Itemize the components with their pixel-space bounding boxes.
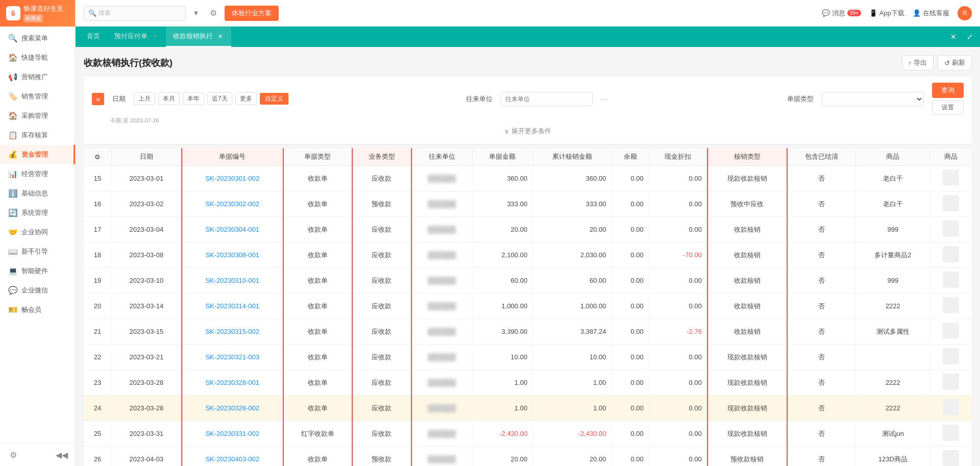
date-this-year[interactable]: 本年 [183,92,204,105]
row-bill-no[interactable]: SK-20230302-002 [182,191,283,217]
sidebar-item-sales[interactable]: 🏷️ 销售管理 [0,87,75,106]
user-avatar[interactable]: R [958,6,972,20]
tab-prepayment[interactable]: 预付应付单 ✕ [107,27,166,47]
date-custom-btn[interactable]: 自定义 [260,93,288,105]
table-scroll-area[interactable]: ⚙ 日期 单据编号 单据类型 业务类型 往来单位 单据金额 累计核销金额 余额 … [84,148,972,466]
guide-icon: 📖 [8,247,17,256]
operations-icon: 📊 [8,169,17,179]
row-bill-no[interactable]: SK-20230304-001 [182,217,283,242]
tab-home[interactable]: 首页 [80,27,107,47]
topbar-gear-btn[interactable]: ⚙ [206,6,220,20]
service-icon: 👤 [913,9,921,17]
bill-no-link[interactable]: SK-20230403-002 [205,455,259,463]
row-bill-no[interactable]: SK-20230315-002 [182,319,283,345]
tab-receipt-exec-close[interactable]: ✕ [216,32,224,40]
row-include-settled: 否 [787,268,856,293]
row-num: 21 [84,319,112,345]
row-bill-amount: -2,430.00 [472,421,532,447]
search-box[interactable]: 🔍 搜索 [84,6,186,21]
row-bill-no[interactable]: SK-20230321-003 [182,345,283,370]
sales-icon: 🏷️ [8,92,17,101]
expand-more-btn[interactable]: ∨ 展开更多条件 [92,125,964,138]
export-btn[interactable]: ↑ 导出 [902,55,934,70]
row-include-settled: 否 [787,191,856,217]
row-bill-no[interactable]: SK-20230310-001 [182,268,283,293]
bill-no-link[interactable]: SK-20230308-001 [205,251,259,259]
receipt-type-select[interactable] [822,92,924,106]
col-settings-header[interactable]: ⚙ [84,148,112,166]
sidebar-item-search-menu[interactable]: 🔍 搜索菜单 [0,29,75,48]
logo-text: 畅康道好生意 标推版 [23,4,63,22]
sidebar-item-hardware[interactable]: 💻 智能硬件 [0,261,75,281]
row-bill-no[interactable]: SK-20230308-001 [182,242,283,268]
app-download-btn[interactable]: 📱 App下载 [869,9,904,18]
row-bill-no[interactable]: SK-20230301-002 [182,166,283,191]
tab-receipt-exec[interactable]: 收款核销执行 ✕ [166,27,231,47]
topbar-dropdown-btn[interactable]: ▼ [190,7,202,19]
bill-no-link[interactable]: SK-20230310-001 [205,277,259,284]
purchase-icon: 🏠 [8,111,17,120]
sidebar-item-inventory[interactable]: 📋 库存核算 [0,126,75,145]
row-bill-amount: 3,390.00 [472,319,532,345]
refresh-btn[interactable]: ↺ 刷新 [938,55,972,70]
row-bill-no[interactable]: SK-20230314-001 [182,293,283,319]
tabbar-actions: ✕ ⤢ [947,31,976,43]
row-include-settled: 否 [787,242,856,268]
row-goods2 [930,319,972,345]
bill-no-link[interactable]: SK-20230301-002 [205,175,259,182]
bill-no-link[interactable]: SK-20230328-001 [205,379,259,386]
row-bill-type: 收款单 [283,217,353,242]
tab-expand-btn[interactable]: ⤢ [964,31,976,43]
bill-no-link[interactable]: SK-20230331-002 [205,430,259,437]
bill-no-link[interactable]: SK-20230321-003 [205,353,259,361]
row-bill-no[interactable]: SK-20230331-002 [182,421,283,447]
date-more[interactable]: 更多 [235,92,257,105]
row-bill-no[interactable]: SK-20230403-002 [182,447,283,467]
bill-no-link[interactable]: SK-20230328-002 [205,404,259,412]
date-last-month[interactable]: 上月 [134,92,155,105]
online-service-btn[interactable]: 👤 在线客服 [913,9,949,18]
date-7days[interactable]: 近7天 [207,92,232,105]
bill-no-link[interactable]: SK-20230314-001 [205,302,259,310]
sidebar-item-enterprise[interactable]: 🤝 企业协同 [0,223,75,242]
bill-no-link[interactable]: SK-20230315-002 [205,328,259,335]
page-title: 收款核销执行(按收款) [84,57,173,69]
industry-solution-btn[interactable]: 体验行业方案 [225,6,279,21]
sidebar-item-finance[interactable]: 💰 资金管理 [0,145,75,164]
sidebar-item-system[interactable]: 🔄 系统管理 [0,203,75,223]
partner-input[interactable] [501,92,593,106]
row-include-settled: 否 [787,421,856,447]
tab-close-all-btn[interactable]: ✕ [947,31,960,43]
sidebar-item-quick-nav[interactable]: 🏠 快捷导航 [0,48,75,67]
sidebar-item-purchase[interactable]: 🏠 采购管理 [0,106,75,126]
row-partner: ██████ [411,293,473,319]
col-include-settled-header: 包含已结清 [787,148,856,166]
row-bill-no[interactable]: SK-20230328-002 [182,396,283,421]
sidebar-item-basic[interactable]: ℹ️ 基础信息 [0,184,75,203]
sidebar-item-wechat[interactable]: 💬 企业微信 [0,281,75,300]
row-include-settled: 否 [787,345,856,370]
date-this-month[interactable]: 本月 [158,92,180,105]
messages-btn[interactable]: 💬 消息 99+ [822,9,861,18]
row-bill-type: 收款单 [283,370,353,396]
sidebar-item-operations[interactable]: 📊 经营管理 [0,164,75,184]
bill-no-link[interactable]: SK-20230304-001 [205,226,259,233]
query-btn[interactable]: 查询 [932,83,964,98]
table-row: 232023-03-28SK-20230328-001收款单应收款██████1… [84,370,972,396]
tab-prepayment-close[interactable]: ✕ [151,32,159,40]
row-bill-no[interactable]: SK-20230328-001 [182,370,283,396]
footer-collapse-btn[interactable]: ◀◀ [55,448,69,462]
row-partner: ██████ [411,370,473,396]
col-biz-type-header: 业务类型 [352,148,411,166]
row-partner: ██████ [411,166,473,191]
sidebar-item-marketing[interactable]: 📢 营销推广 [0,67,75,87]
footer-settings-btn[interactable]: ⚙ [6,448,20,462]
bill-no-link[interactable]: SK-20230302-002 [205,200,259,208]
sidebar-item-guide[interactable]: 📖 新手引导 [0,242,75,261]
date-label: 日期 [112,94,126,104]
filter-settings-btn[interactable]: 设置 [932,100,964,115]
sidebar-item-member[interactable]: 🎫 畅会员 [0,300,75,320]
row-accum-cancel: 20.00 [533,217,611,242]
filter-toggle-btn[interactable]: » [92,93,104,105]
row-bill-type: 收款单 [283,242,353,268]
